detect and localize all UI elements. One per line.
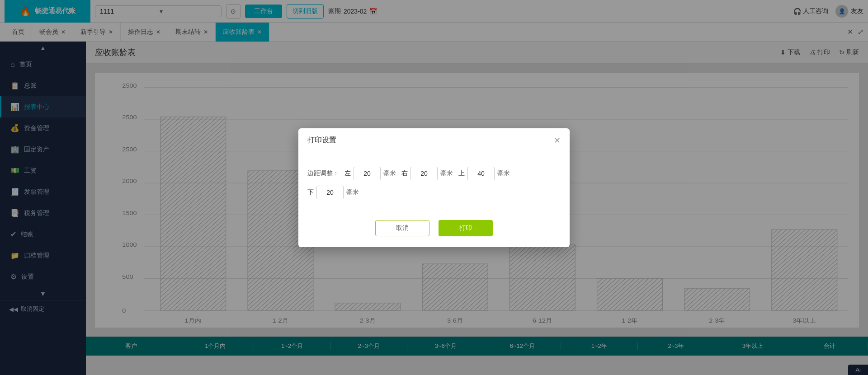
modal-close-button[interactable]: ✕ <box>554 136 561 145</box>
modal-title: 打印设置 <box>307 136 336 145</box>
right-margin-input[interactable] <box>410 167 438 180</box>
right-direction-label: 右 <box>401 169 408 178</box>
print-confirm-button[interactable]: 打印 <box>439 220 493 236</box>
modal-header: 打印设置 ✕ <box>298 128 570 153</box>
print-settings-modal: 打印设置 ✕ 边距调整： 左 毫米 右 毫米 上 毫米 <box>298 128 570 247</box>
right-unit-label: 毫米 <box>440 169 453 178</box>
modal-overlay: 打印设置 ✕ 边距调整： 左 毫米 右 毫米 上 毫米 <box>0 0 868 375</box>
top-direction-label: 上 <box>458 169 465 178</box>
margin-label: 边距调整： <box>307 169 339 178</box>
bottom-unit-label: 毫米 <box>346 188 359 197</box>
top-unit-label: 毫米 <box>497 169 510 178</box>
bottom-margin-input[interactable] <box>316 186 344 199</box>
left-direction-label: 左 <box>344 169 351 178</box>
margin-row: 边距调整： 左 毫米 右 毫米 上 毫米 下 <box>307 167 561 199</box>
bottom-direction-label: 下 <box>307 188 314 197</box>
top-margin-input[interactable] <box>467 167 495 180</box>
margin-top-group: 上 毫米 <box>458 167 510 180</box>
margin-bottom-group: 下 毫米 <box>307 186 359 199</box>
left-unit-label: 毫米 <box>383 169 396 178</box>
cancel-button[interactable]: 取消 <box>375 220 429 236</box>
margin-right-group: 右 毫米 <box>401 167 453 180</box>
modal-body: 边距调整： 左 毫米 右 毫米 上 毫米 下 <box>298 153 570 213</box>
left-margin-input[interactable] <box>354 167 381 180</box>
margin-left-group: 左 毫米 <box>344 167 396 180</box>
modal-footer: 取消 打印 <box>298 213 570 247</box>
